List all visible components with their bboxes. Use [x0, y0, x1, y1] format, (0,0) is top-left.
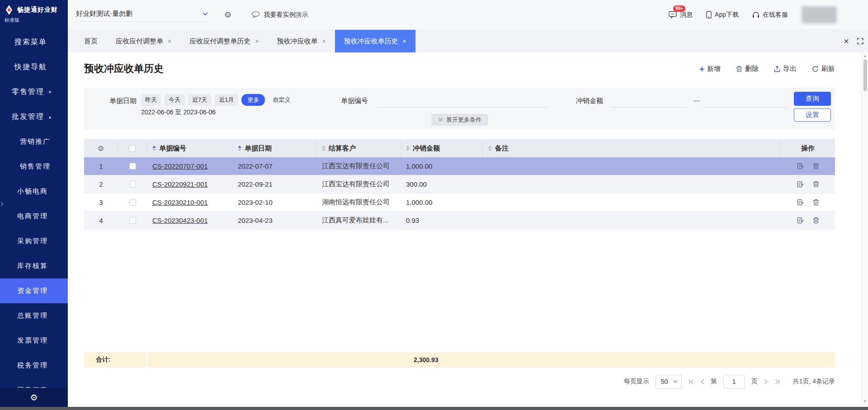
page-input[interactable] — [723, 375, 745, 389]
sort-icon[interactable] — [238, 146, 241, 151]
tab-close-icon[interactable]: × — [168, 38, 171, 45]
tab[interactable]: 预收冲应收单 × — [268, 30, 335, 52]
select-all-checkbox[interactable] — [129, 145, 136, 152]
amount-max-input[interactable] — [703, 94, 787, 108]
horizontal-scrollbar[interactable] — [0, 407, 868, 410]
workspace-gear-icon[interactable]: ⚙ — [224, 10, 231, 20]
sidebar-collapse-handle[interactable]: › — [0, 198, 4, 208]
expand-more-conditions-button[interactable]: 展开更多条件 — [431, 114, 488, 126]
sidebar-item[interactable]: 税务管理 — [0, 353, 68, 378]
date-filter-label: 单据日期 — [109, 97, 137, 105]
date-quick-option[interactable]: 今天 — [165, 94, 184, 106]
sort-icon[interactable] — [152, 146, 156, 151]
table-row[interactable]: 2 CS-20220921-001 2022-09-21 江西宝达有限责任公司 … — [84, 175, 835, 193]
tab-close-icon[interactable]: × — [403, 38, 406, 45]
sidebar-item[interactable]: 小畅电商 — [0, 179, 68, 204]
first-page-button[interactable] — [688, 379, 694, 385]
row-detail-icon[interactable] — [797, 181, 804, 188]
sidebar-item[interactable]: 批发管理 ▲ — [0, 104, 68, 129]
row-detail-icon[interactable] — [797, 163, 804, 170]
company-select[interactable]: 好业财测试-量勿删 — [75, 8, 211, 22]
prev-page-button[interactable] — [700, 379, 704, 385]
app-download-button[interactable]: App下载 — [706, 11, 739, 19]
date-quick-option[interactable]: 近7天 — [188, 94, 211, 106]
column-settings-icon[interactable]: ⚙ — [98, 144, 104, 153]
row-delete-icon[interactable] — [813, 199, 819, 206]
row-checkbox[interactable] — [129, 199, 136, 206]
tab-close-icon[interactable]: × — [255, 38, 259, 45]
add-button[interactable]: + 新增 — [699, 65, 721, 73]
next-page-button[interactable] — [764, 379, 768, 385]
close-all-tabs-icon[interactable]: × — [844, 37, 849, 46]
tab-close-icon[interactable]: × — [322, 38, 326, 45]
tab[interactable]: 应收应付调整单 × — [107, 30, 180, 52]
messages-button[interactable]: 99+ 消息 — [669, 11, 693, 19]
column-header-note[interactable]: 备注 — [483, 139, 781, 157]
row-delete-icon[interactable] — [813, 217, 819, 224]
tab[interactable]: 应收应付调整单历史 × — [180, 30, 268, 52]
sidebar-item[interactable]: 电商管理 — [0, 204, 68, 229]
date-quick-option[interactable]: 更多 — [241, 94, 265, 106]
table-row[interactable]: 1 CS-20220707-001 2022-07-07 江西宝达有限责任公司 … — [84, 157, 835, 175]
table-row[interactable]: 3 CS-20230210-001 2023-02-10 湖南恒远有限责任公司 … — [84, 193, 835, 212]
doc-number-link[interactable]: CS-20220707-001 — [152, 162, 208, 170]
sidebar-item[interactable]: 总账管理 — [0, 303, 68, 328]
date-quick-option[interactable]: 近1月 — [215, 94, 238, 106]
column-header-customer[interactable]: 结算客户 — [316, 139, 401, 157]
last-page-button[interactable] — [774, 379, 780, 385]
pagination: 每页显示 50 第 页 — [84, 372, 835, 391]
refresh-button[interactable]: 刷新 — [812, 65, 835, 73]
sidebar-item[interactable]: 销售管理 — [0, 154, 68, 179]
per-page-select[interactable]: 50 — [656, 375, 682, 389]
doc-number-link[interactable]: CS-20230423-001 — [152, 217, 208, 224]
column-header-doc-number[interactable]: 单据编号 — [147, 139, 232, 157]
scrollbar-thumb[interactable] — [863, 60, 867, 91]
row-checkbox[interactable] — [129, 163, 136, 170]
scroll-down-icon[interactable]: ▼ — [862, 398, 868, 404]
support-button[interactable]: 在线客服 — [752, 11, 788, 19]
writeoff-amount: 300.00 — [401, 175, 483, 193]
sidebar-settings-gear-icon[interactable]: ⚙ — [0, 388, 68, 407]
row-delete-icon[interactable] — [813, 181, 819, 188]
date-quick-option[interactable]: 昨天 — [141, 94, 161, 106]
sort-icon[interactable] — [322, 146, 326, 151]
search-button[interactable]: 查询 — [794, 92, 831, 106]
sidebar-item[interactable]: 发票管理 — [0, 328, 68, 353]
table-row[interactable]: 4 CS-20230423-001 2023-04-23 江西真可爱布娃娃有..… — [84, 212, 835, 230]
row-index: 1 — [84, 157, 118, 175]
logo-title: 畅捷通好业财 — [17, 6, 58, 14]
user-avatar[interactable] — [802, 6, 837, 24]
sort-icon[interactable] — [488, 146, 492, 151]
delete-button[interactable]: 删除 — [736, 65, 759, 73]
export-button[interactable]: 导出 — [774, 65, 797, 73]
doc-number-link[interactable]: CS-20220921-001 — [152, 180, 208, 188]
column-header-amount[interactable]: 冲销金额 — [401, 139, 483, 157]
vertical-scrollbar[interactable]: ▲ ▼ — [862, 52, 868, 404]
amount-min-input[interactable] — [611, 94, 686, 108]
settings-button[interactable]: 设置 — [794, 108, 831, 122]
tab[interactable]: 首页 — [75, 30, 107, 52]
sidebar-item[interactable]: 搜索菜单 — [0, 30, 68, 55]
sidebar-item[interactable]: 零售管理 ▼ — [0, 80, 68, 104]
date-quick-option[interactable]: 自定义 — [269, 94, 294, 106]
row-checkbox[interactable] — [129, 181, 136, 188]
sort-icon[interactable] — [406, 146, 410, 151]
sidebar-item[interactable]: 营销推广 — [0, 129, 68, 154]
doc-number-link[interactable]: CS-20230210-001 — [152, 198, 208, 206]
row-detail-icon[interactable] — [797, 199, 804, 206]
row-detail-icon[interactable] — [797, 217, 804, 224]
sidebar-item[interactable]: 快捷导航 — [0, 55, 68, 80]
fullscreen-icon[interactable] — [857, 38, 863, 44]
row-index: 4 — [84, 212, 118, 229]
row-checkbox[interactable] — [129, 217, 136, 224]
row-delete-icon[interactable] — [813, 163, 819, 170]
demo-link[interactable]: 我要看实例演示 — [251, 11, 308, 19]
sidebar-item[interactable]: 资金管理 — [0, 278, 68, 303]
tab[interactable]: 预收冲应收单历史 × — [335, 30, 415, 52]
sidebar-item[interactable]: 库存核算 — [0, 254, 68, 278]
sidebar-item[interactable]: 采购管理 — [0, 229, 68, 254]
column-header-doc-date[interactable]: 单据日期 — [232, 139, 316, 157]
section-toggle-arrow-icon: ▼ — [48, 90, 53, 94]
scroll-up-icon[interactable]: ▲ — [862, 52, 868, 59]
doc-number-input[interactable] — [377, 94, 548, 108]
